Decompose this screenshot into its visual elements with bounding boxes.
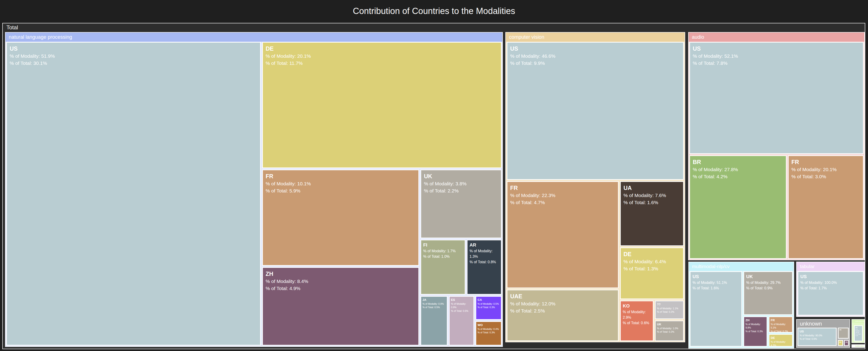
leaf-multimodal-nlp-cv-us[interactable]: US% of Modality: 51.1%% of Total: 1.6% (690, 271, 742, 347)
section-header-unknown[interactable]: unknown (797, 320, 850, 328)
leaf-country-label: KO (623, 303, 651, 309)
leaf-total-stat: % of Total: 2.2% (424, 187, 498, 194)
leaf-total-stat: % of Total: 3.0% (792, 173, 860, 180)
treemap-page: Contribution of Countries to the Modalit… (0, 0, 868, 351)
section-header-multimodal-nlp-audio[interactable]: multimodal-nlp/audio (852, 320, 864, 323)
leaf-modality-stat: % of Modality: 7.6% (623, 192, 680, 199)
leaf-country-label: BR (693, 158, 783, 166)
leaf-country-label: US (856, 326, 861, 328)
leaf-total-stat: % of Total: 1.3% (623, 265, 680, 272)
leaf-total-stat: % of Total: 0.3% (477, 331, 500, 335)
leaf-total-stat: % of Total: 0.8% (470, 259, 499, 265)
leaf-tabular-us[interactable]: US% of Modality: 100.0%% of Total: 1.7% (798, 271, 864, 315)
leaf-modality-stat: % of Modality: 0.9% (451, 302, 472, 310)
leaf-cv-de[interactable]: DE% of Modality: 6.4%% of Total: 1.3% (620, 247, 684, 299)
leaf-audio-br[interactable]: BR% of Modality: 27.8%% of Total: 4.2% (689, 155, 786, 259)
section-header-multimodal-cv-audio[interactable]: multimodal-cv/audio (852, 345, 864, 347)
leaf-total-stat: % of Total: 0.2% (657, 330, 682, 334)
leaf-multimodal-nlp-audio-us[interactable]: US% of Modality: 100.0%% of Total: 0.2% (854, 325, 863, 341)
leaf-country-label: FI (423, 242, 463, 248)
leaf-country-label: FR (266, 172, 416, 180)
leaf-unknown-zh[interactable]: ZH (844, 340, 849, 346)
leaf-multimodal-nlp-cv-uk[interactable]: UK% of Modality: 29.7%% of Total: 0.9% (743, 271, 793, 315)
leaf-cv-uae[interactable]: UAE% of Modality: 12.0%% of Total: 2.5% (507, 290, 619, 341)
leaf-total-stat: % of Total: 0.6% (800, 337, 835, 341)
section-header-nlp[interactable]: natural language processing (5, 33, 502, 42)
leaf-nlp-us[interactable]: US% of Modality: 51.9%% of Total: 30.1% (6, 42, 261, 346)
leaf-total-stat: % of Total: 0.2% (771, 330, 791, 333)
leaf-multimodal-nlp-cv-zh[interactable]: ZH% of Modality: 9.8%% of Total: 0.3% (743, 316, 767, 347)
leaf-total-stat: % of Total: 1.7% (800, 285, 861, 291)
leaf-country-label: US (800, 329, 835, 334)
leaf-nlp-fr[interactable]: FR% of Modality: 10.1%% of Total: 5.9% (262, 170, 419, 266)
leaf-modality-stat: % of Modality: 5.1% (771, 323, 791, 330)
leaf-modality-stat: % of Modality: 0.9% (423, 302, 445, 306)
leaf-country-label: FR (792, 158, 860, 166)
leaf-nlp-de[interactable]: DE% of Modality: 20.1%% of Total: 11.7% (262, 42, 502, 168)
leaf-modality-stat: % of Modality: 1.3% (470, 248, 499, 259)
leaf-country-label: DE (771, 336, 791, 340)
leaf-unknown-us[interactable]: US% of Modality: 90.0%% of Total: 0.6% (798, 328, 837, 346)
leaf-modality-stat: % of Modality: 10.1% (266, 180, 416, 187)
leaf-cv-us[interactable]: US% of Modality: 46.6%% of Total: 9.9% (507, 42, 684, 180)
leaf-country-label: UAE (510, 292, 615, 301)
leaf-unknown-uk[interactable]: UK (838, 328, 849, 339)
leaf-modality-stat: % of Modality: 6.4% (623, 258, 680, 265)
leaf-modality-stat: % of Modality: 20.1% (792, 166, 860, 173)
leaf-country-label: US (693, 44, 860, 53)
leaf-country-label: US (10, 44, 257, 53)
leaf-total-stat: % of Total: 30.1% (10, 60, 257, 67)
leaf-total-stat: % of Total: 4.2% (693, 173, 783, 180)
leaf-country-label: ZH (845, 341, 847, 343)
section-header-tabular[interactable]: tabular (797, 262, 865, 271)
leaf-modality-stat: % of Modality: 51.1% (692, 280, 739, 285)
leaf-nlp-ja[interactable]: JA% of Modality: 0.9%% of Total: 0.5% (421, 296, 447, 346)
leaf-nlp-zh[interactable]: ZH% of Modality: 8.4%% of Total: 4.9% (262, 267, 419, 346)
leaf-modality-stat: % of Modality: 100.0% (856, 328, 861, 334)
leaf-modality-stat: % of Modality: 22.3% (510, 192, 615, 199)
leaf-cv-ko[interactable]: KO% of Modality: 2.9%% of Total: 0.6% (620, 301, 653, 341)
leaf-modality-stat: % of Modality: 51.9% (10, 53, 257, 60)
leaf-total-stat: % of Total: 1.6% (623, 199, 680, 206)
leaf-multimodal-nlp-cv-fr[interactable]: FR% of Modality: 5.1%% of Total: 0.2% (769, 316, 793, 333)
leaf-total-stat: % of Total: 7.8% (693, 60, 860, 67)
leaf-total-stat: % of Total: 11.7% (266, 60, 498, 67)
leaf-total-stat: % of Total: 0.2% (657, 310, 682, 314)
leaf-total-stat: % of Total: 5.9% (266, 187, 416, 194)
leaf-total-stat: % of Total: 0.5% (451, 309, 472, 313)
leaf-modality-stat: % of Modality: 1.7% (423, 248, 463, 254)
leaf-modality-stat: % of Modality: 1.0% (657, 327, 682, 330)
leaf-audio-fr[interactable]: FR% of Modality: 20.1%% of Total: 3.0% (788, 155, 864, 259)
leaf-cv-uk[interactable]: UK% of Modality: 1.0%% of Total: 0.2% (655, 320, 684, 341)
leaf-audio-us[interactable]: US% of Modality: 52.1%% of Total: 7.8% (689, 42, 864, 154)
leaf-country-label: FR (771, 318, 791, 323)
leaf-cv-ua[interactable]: UA% of Modality: 7.6%% of Total: 1.6% (620, 181, 684, 246)
leaf-nlp-ar[interactable]: AR% of Modality: 1.3%% of Total: 0.8% (467, 240, 502, 295)
leaf-country-label: FR (510, 184, 615, 192)
leaf-country-label: WO (477, 323, 500, 327)
leaf-nlp-fi[interactable]: FI% of Modality: 1.7%% of Total: 1.0% (421, 240, 465, 295)
leaf-modality-stat: % of Modality: 90.0% (800, 334, 835, 338)
leaf-country-label: ZH (745, 318, 765, 323)
leaf-nlp-uk[interactable]: UK% of Modality: 3.8%% of Total: 2.2% (421, 170, 502, 238)
leaf-multimodal-nlp-cv-de[interactable]: DE% of Modality: 4.3%% of Total: 0.1% (769, 334, 793, 347)
leaf-modality-stat: % of Modality: 46.6% (510, 53, 680, 60)
leaf-unknown-de[interactable]: DE (838, 340, 843, 346)
section-header-cv[interactable]: computer vision (506, 33, 685, 42)
leaf-modality-stat: % of Modality: 2.9% (623, 309, 651, 320)
leaf-country-label: CA (477, 297, 500, 302)
leaf-total-stat: % of Total: 1.6% (692, 285, 739, 291)
section-header-audio[interactable]: audio (689, 33, 864, 42)
leaf-nlp-wo[interactable]: WO% of Modality: 0.4%% of Total: 0.3% (475, 321, 502, 346)
leaf-country-label: UK (746, 273, 790, 280)
leaf-country-label: AR (470, 242, 499, 248)
leaf-cv-fr[interactable]: FR% of Modality: 22.3%% of Total: 4.7% (507, 181, 619, 288)
leaf-country-label: UK (657, 322, 682, 327)
leaf-country-label: US (692, 273, 739, 280)
leaf-nlp-ca[interactable]: CA% of Modality: 0.5%% of Total: 0.3% (475, 296, 502, 320)
leaf-total-stat: % of Total: 0.6% (623, 320, 651, 326)
leaf-modality-stat: % of Modality: 0.4% (477, 327, 500, 331)
leaf-cv-??[interactable]: ??% of Modality: 1.1%% of Total: 0.2% (655, 301, 684, 319)
section-header-multimodal-nlp-cv[interactable]: multimodal-nlp/cv (689, 262, 794, 271)
leaf-nlp-es[interactable]: ES% of Modality: 0.9%% of Total: 0.5% (449, 296, 474, 346)
